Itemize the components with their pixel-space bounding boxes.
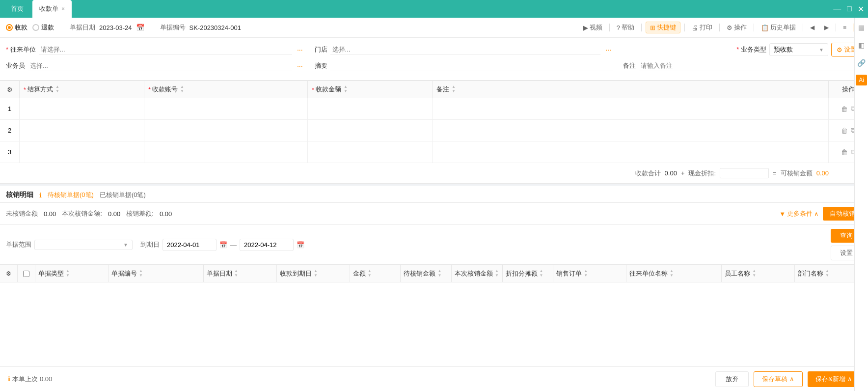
radio-tuikuan[interactable]: 退款 — [32, 23, 54, 32]
td-amount-1[interactable] — [308, 98, 433, 119]
abstract-input[interactable] — [330, 60, 614, 71]
th-remark-sort[interactable]: ▲▼ — [452, 85, 456, 94]
partner-input[interactable] — [39, 44, 292, 55]
td-method-3[interactable] — [20, 141, 144, 163]
note-input[interactable] — [639, 60, 862, 71]
td-account-2[interactable] — [144, 120, 308, 141]
td-account-1[interactable] — [144, 98, 308, 119]
th-amount-sort[interactable]: ▲▼ — [344, 85, 348, 94]
bth-date-sort[interactable]: ▲▼ — [234, 269, 238, 278]
td-remark-3[interactable] — [433, 141, 829, 163]
td-remark-2[interactable] — [433, 120, 829, 141]
tab-close-icon[interactable]: × — [61, 5, 65, 12]
bth-this-sort[interactable]: ▲▼ — [495, 269, 499, 278]
th-method-required: * — [24, 86, 26, 93]
date-separator: — — [230, 241, 237, 249]
bth-type-sort[interactable]: ▲▼ — [66, 269, 70, 278]
bth-setting[interactable]: ⚙ — [0, 265, 18, 282]
td-method-2[interactable] — [20, 120, 144, 141]
td-remark-1[interactable] — [433, 98, 829, 119]
sidebar-ai-icon[interactable]: Ai — [856, 75, 867, 85]
store-input[interactable] — [330, 44, 601, 55]
plus-sign: + — [681, 169, 685, 177]
bth-due-sort[interactable]: ▲▼ — [314, 269, 318, 278]
form-area: * 往来单位 ··· 门店 ··· * 业务类型 预收款 ▼ — [0, 38, 868, 81]
delete-icon-3[interactable]: 🗑 — [841, 148, 848, 156]
tab-active[interactable]: 收款单 × — [32, 0, 72, 18]
th-setting-icon: ⚙ — [7, 86, 13, 93]
discount-input[interactable] — [720, 168, 769, 178]
radio-shoukuan[interactable]: 收款 — [6, 23, 27, 32]
save-btn[interactable]: 保存&新增 ∧ — [808, 371, 860, 387]
bth-order-sort[interactable]: ▲▼ — [584, 269, 588, 278]
nav-right-icon[interactable]: ▶ — [821, 23, 832, 32]
history-btn[interactable]: 📋 历史单据 — [758, 22, 799, 33]
th-account-sort[interactable]: ▲▼ — [180, 85, 184, 94]
abandon-btn[interactable]: 放弃 — [715, 371, 749, 387]
hx-done-tab[interactable]: 已核销单据(0笔) — [100, 191, 146, 199]
th-remark-label: 备注 — [436, 85, 449, 94]
bth-type-label: 单据类型 — [38, 269, 64, 278]
bth-staff-label: 员工名称 — [725, 269, 750, 278]
bth-check[interactable] — [18, 265, 35, 282]
due-end-input[interactable] — [240, 239, 294, 251]
more-filter-btn[interactable]: ▼ 更多条件 ∧ — [779, 209, 819, 218]
bth-amount-sort[interactable]: ▲▼ — [368, 269, 372, 278]
td-amount-2[interactable] — [308, 120, 433, 141]
bottom-table-header: ⚙ 单据类型 ▲▼ 单据编号 ▲▼ 单据日期 ▲▼ 收款到期日 ▲▼ 金额 — [0, 265, 868, 282]
due-start-input[interactable] — [163, 239, 217, 251]
calendar-icon[interactable]: 📅 — [136, 24, 144, 31]
shortcut-label: 快捷键 — [657, 23, 676, 32]
footer-info-icon[interactable]: ℹ — [8, 375, 10, 383]
window-close-icon[interactable]: ✕ — [858, 4, 864, 14]
calendar-end-icon[interactable]: 📅 — [297, 241, 304, 249]
right-sidebar: ▦ ◧ 🔗 Ai — [854, 18, 868, 391]
top-toolbar: 收款 退款 单据日期 2023-03-24 📅 单据编号 SK-20230324… — [0, 18, 868, 38]
range-select[interactable]: ▼ — [34, 240, 133, 250]
bth-discount-sort[interactable]: ▲▼ — [540, 269, 543, 278]
sidebar-link-icon[interactable]: 🔗 — [855, 57, 868, 69]
hx-info-icon[interactable]: ℹ — [39, 192, 42, 199]
sidebar-doc-icon[interactable]: ◧ — [856, 39, 867, 51]
nav-left-icon[interactable]: ◀ — [807, 23, 817, 32]
bth-staff-sort[interactable]: ▲▼ — [752, 269, 756, 278]
bth-no-sort[interactable]: ▲▼ — [139, 269, 143, 278]
due-date-field: 到期日 📅 — 📅 — [140, 239, 304, 251]
bth-pending-sort[interactable]: ▲▼ — [437, 269, 441, 278]
action-btn[interactable]: ⚙ 操作 — [724, 22, 750, 33]
tab-active-label: 收款单 — [39, 4, 58, 13]
draft-btn-label: 保存草稿 — [762, 375, 787, 384]
select-all-checkbox[interactable] — [23, 271, 29, 277]
bth-partner-sort[interactable]: ▲▼ — [670, 269, 674, 278]
hx-pending-tab[interactable]: 待核销单据(0笔) — [48, 191, 94, 199]
help-label: 帮助 — [622, 23, 634, 32]
td-amount-3[interactable] — [308, 141, 433, 163]
window-minimize-icon[interactable]: — — [833, 4, 841, 13]
staff-more-btn[interactable]: ··· — [295, 62, 305, 70]
td-account-3[interactable] — [144, 141, 308, 163]
th-setting[interactable]: ⚙ — [0, 81, 20, 98]
draft-btn[interactable]: 保存草稿 ∧ — [754, 371, 803, 387]
help-btn[interactable]: ? 帮助 — [614, 22, 637, 33]
th-method-sort[interactable]: ▲▼ — [55, 85, 59, 94]
doc-no-label: 单据编号 — [160, 23, 186, 32]
bth-no-label: 单据编号 — [111, 269, 137, 278]
window-maximize-icon[interactable]: □ — [847, 4, 852, 13]
business-type-select[interactable]: 预收款 ▼ — [769, 43, 828, 56]
video-btn[interactable]: ▶ 视频 — [580, 22, 605, 33]
calendar-start-icon[interactable]: 📅 — [219, 241, 227, 249]
bth-dept-sort[interactable]: ▲▼ — [825, 269, 829, 278]
footer-bar: ℹ 本单上次 0.00 放弃 保存草稿 ∧ 保存&新增 ∧ — [0, 366, 868, 391]
store-more-btn[interactable]: ··· — [603, 46, 613, 54]
list-view-icon[interactable]: ≡ — [840, 23, 849, 32]
partner-more-btn[interactable]: ··· — [295, 46, 305, 54]
td-method-1[interactable] — [20, 98, 144, 119]
delete-icon-1[interactable]: 🗑 — [841, 105, 848, 113]
sidebar-table-icon[interactable]: ▦ — [856, 22, 867, 33]
th-method-label: 结算方式 — [27, 85, 53, 94]
print-btn[interactable]: 🖨 打印 — [689, 22, 715, 33]
staff-input[interactable] — [28, 60, 292, 71]
tab-home[interactable]: 首页 — [4, 0, 30, 18]
delete-icon-2[interactable]: 🗑 — [841, 127, 848, 135]
shortcut-btn[interactable]: ⊞ 快捷键 — [646, 22, 680, 33]
